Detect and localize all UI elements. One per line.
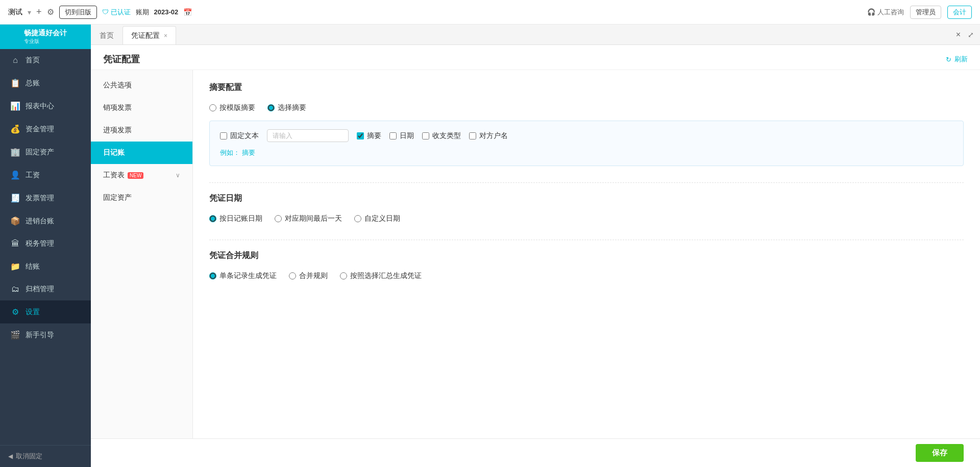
cancel-fixed-button[interactable]: ◀ 取消固定 bbox=[0, 445, 91, 467]
logo-content: 畅捷通好会计 专业版 bbox=[24, 29, 67, 45]
tab-home[interactable]: 首页 bbox=[91, 26, 122, 44]
save-button[interactable]: 保存 bbox=[916, 444, 964, 462]
divider-1 bbox=[209, 182, 964, 183]
summary-box-row: 固定文本 摘要 日期 bbox=[220, 129, 953, 142]
refresh-button[interactable]: ↻ 刷新 bbox=[946, 55, 968, 64]
checkbox-fixed-text[interactable]: 固定文本 bbox=[220, 131, 259, 141]
sidebar-item-label: 结账 bbox=[26, 262, 40, 271]
example-value: 摘要 bbox=[242, 149, 255, 156]
checkbox-payment-type[interactable]: 收支类型 bbox=[422, 131, 461, 141]
left-nav-purchase-invoice[interactable]: 进项发票 bbox=[91, 119, 192, 142]
checkbox-summary[interactable]: 摘要 bbox=[357, 131, 381, 141]
sidebar-item-fixed-asset[interactable]: 🏢 固定资产 bbox=[0, 141, 91, 164]
summary-checkbox[interactable] bbox=[357, 132, 364, 139]
sidebar-item-archive[interactable]: 🗂 归档管理 bbox=[0, 278, 91, 300]
radio-journal-date-input[interactable] bbox=[209, 215, 216, 222]
payment-type-checkbox[interactable] bbox=[422, 132, 429, 139]
radio-template-summary[interactable]: 按模版摘要 bbox=[209, 103, 255, 112]
radio-period-last[interactable]: 对应期间最后一天 bbox=[275, 214, 342, 223]
ledger-icon: 📋 bbox=[10, 78, 20, 88]
radio-single[interactable]: 单条记录生成凭证 bbox=[209, 271, 277, 281]
left-nav-purchase-invoice-label: 进项发票 bbox=[103, 126, 132, 135]
left-nav-fixed-assets[interactable]: 固定资产 bbox=[91, 186, 192, 209]
sidebar-logo: 畅捷通好会计 专业版 bbox=[0, 25, 91, 49]
sidebar-item-label: 税务管理 bbox=[26, 239, 54, 248]
new-badge: NEW bbox=[128, 172, 143, 179]
consult-button[interactable]: 🎧 人工咨询 bbox=[867, 8, 904, 17]
radio-period-last-input[interactable] bbox=[275, 215, 282, 222]
summary-section: 摘要配置 按模版摘要 选择摘要 bbox=[209, 82, 964, 166]
left-nav: 公共选项 销项发票 进项发票 日记账 工资表 bbox=[91, 70, 193, 438]
sidebar-item-report[interactable]: 📊 报表中心 bbox=[0, 95, 91, 118]
radio-select-input[interactable] bbox=[267, 104, 275, 111]
sidebar-item-fund[interactable]: 💰 资金管理 bbox=[0, 118, 91, 141]
date-checkbox[interactable] bbox=[389, 132, 397, 139]
cancel-fixed-label: 取消固定 bbox=[16, 452, 42, 461]
sidebar-item-ledger[interactable]: 📋 总账 bbox=[0, 72, 91, 95]
left-nav-sales-invoice[interactable]: 销项发票 bbox=[91, 97, 192, 119]
topbar-chevron-icon[interactable]: ▾ bbox=[28, 8, 31, 16]
invoice-icon: 🧾 bbox=[10, 193, 20, 203]
sidebar-item-sales[interactable]: 📦 进销台账 bbox=[0, 209, 91, 232]
calendar-icon[interactable]: 📅 bbox=[183, 8, 192, 16]
checkbox-date[interactable]: 日期 bbox=[389, 131, 414, 141]
radio-journal-date[interactable]: 按日记账日期 bbox=[209, 214, 262, 223]
admin-button[interactable]: 管理员 bbox=[910, 6, 941, 19]
accountant-button[interactable]: 会计 bbox=[947, 6, 972, 19]
radio-select-summary[interactable]: 按照选择汇总生成凭证 bbox=[340, 271, 422, 281]
sidebar-item-label: 首页 bbox=[26, 56, 40, 65]
topbar-gear-icon[interactable]: ⚙ bbox=[47, 7, 54, 17]
sidebar-item-close[interactable]: 📁 结账 bbox=[0, 255, 91, 278]
left-nav-payroll-label: 工资表 NEW bbox=[103, 171, 143, 180]
radio-select-summary[interactable]: 选择摘要 bbox=[267, 103, 306, 112]
radio-template-input[interactable] bbox=[209, 104, 216, 111]
close-tab-button[interactable]: × bbox=[954, 28, 963, 41]
report-icon: 📊 bbox=[10, 101, 20, 111]
sidebar-item-label: 发票管理 bbox=[26, 194, 54, 203]
expand-button[interactable]: ⤢ bbox=[966, 29, 976, 41]
radio-select-summary-input[interactable] bbox=[340, 272, 347, 279]
radio-template-label: 按模版摘要 bbox=[219, 103, 255, 112]
sidebar-item-guide[interactable]: 🎬 新手引导 bbox=[0, 323, 91, 346]
radio-merge-rule-label: 合并规则 bbox=[299, 271, 328, 281]
tab-voucher-config[interactable]: 凭证配置 × bbox=[122, 26, 176, 44]
left-nav-payroll[interactable]: 工资表 NEW ∨ bbox=[91, 164, 192, 186]
fixed-text-input[interactable] bbox=[267, 129, 349, 142]
sidebar-item-label: 新手引导 bbox=[26, 331, 54, 340]
sidebar-nav: ⌂ 首页 📋 总账 📊 报表中心 💰 资金管理 🏢 固定资产 👤 工资 bbox=[0, 49, 91, 445]
radio-merge-rule-input[interactable] bbox=[289, 272, 296, 279]
page-inner: 凭证配置 ↻ 刷新 公共选项 销项发票 bbox=[91, 45, 980, 467]
counterpart-checkbox[interactable] bbox=[469, 132, 476, 139]
topbar-add-icon[interactable]: + bbox=[36, 7, 42, 17]
sidebar-item-invoice[interactable]: 🧾 发票管理 bbox=[0, 186, 91, 209]
sales-icon: 📦 bbox=[10, 216, 20, 226]
radio-custom-date-input[interactable] bbox=[354, 215, 361, 222]
sidebar: 畅捷通好会计 专业版 ⌂ 首页 📋 总账 📊 报表中心 💰 资金管理 🏢 bbox=[0, 25, 91, 467]
left-nav-public[interactable]: 公共选项 bbox=[91, 74, 192, 97]
config-layout-wrapper: 公共选项 销项发票 进项发票 日记账 工资表 bbox=[91, 70, 980, 438]
radio-period-last-label: 对应期间最后一天 bbox=[285, 214, 342, 223]
switch-version-button[interactable]: 切到旧版 bbox=[59, 6, 97, 19]
sidebar-item-home[interactable]: ⌂ 首页 bbox=[0, 49, 91, 72]
radio-single-label: 单条记录生成凭证 bbox=[219, 271, 277, 281]
counterpart-label: 对方户名 bbox=[479, 131, 508, 141]
left-nav-journal[interactable]: 日记账 bbox=[91, 142, 192, 164]
tab-home-label: 首页 bbox=[100, 31, 114, 40]
sidebar-item-settings[interactable]: ⚙ 设置 bbox=[0, 300, 91, 323]
fixed-text-checkbox[interactable] bbox=[220, 132, 227, 139]
sidebar-item-label: 工资 bbox=[26, 171, 40, 180]
sidebar-item-salary[interactable]: 👤 工资 bbox=[0, 164, 91, 186]
radio-single-input[interactable] bbox=[209, 272, 216, 279]
sidebar-item-tax[interactable]: 🏛 税务管理 bbox=[0, 232, 91, 255]
radio-select-label: 选择摘要 bbox=[278, 103, 306, 112]
date-section: 凭证日期 按日记账日期 对应期间最后一天 bbox=[209, 193, 964, 223]
divider-2 bbox=[209, 240, 964, 240]
radio-merge-rule[interactable]: 合并规则 bbox=[289, 271, 328, 281]
radio-custom-date[interactable]: 自定义日期 bbox=[354, 214, 400, 223]
page-title: 凭证配置 bbox=[103, 53, 140, 65]
checkbox-counterpart[interactable]: 对方户名 bbox=[469, 131, 508, 141]
radio-journal-date-label: 按日记账日期 bbox=[219, 214, 262, 223]
tab-close-icon[interactable]: × bbox=[164, 32, 167, 39]
topbar-project-name: 测试 bbox=[8, 8, 22, 17]
settings-icon: ⚙ bbox=[10, 307, 20, 317]
